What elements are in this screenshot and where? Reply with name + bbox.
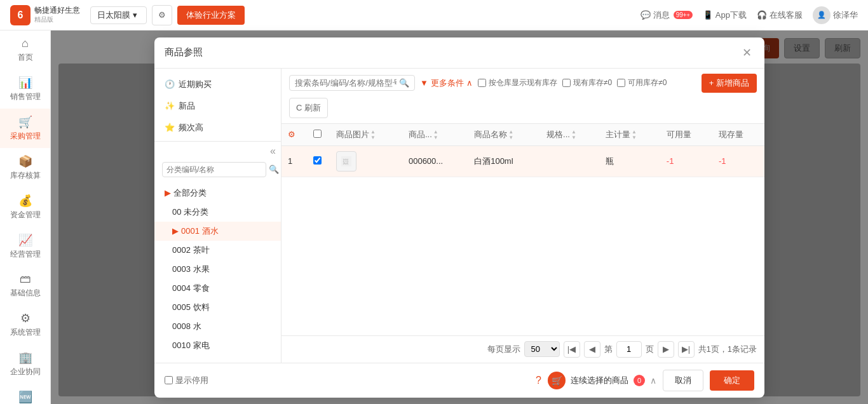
sort-arrows-spec[interactable]: ▲▼ bbox=[571, 129, 576, 140]
last-page-button[interactable]: ▶| bbox=[678, 341, 695, 358]
product-search-input[interactable] bbox=[295, 78, 397, 88]
prev-page-button[interactable]: ◀ bbox=[584, 341, 600, 358]
show-disabled-input[interactable] bbox=[165, 376, 173, 384]
sidebar-item-operations[interactable]: 📈 经营管理 bbox=[0, 227, 50, 266]
sidebar-item-purchase[interactable]: 🛒 采购管理 bbox=[0, 109, 50, 148]
table-row[interactable]: 1 🖼 000600... 白酒100ml bbox=[281, 145, 764, 177]
sort-arrows-name[interactable]: ▲▼ bbox=[508, 129, 513, 140]
tree-item-beverage[interactable]: 0005 饮料 bbox=[154, 298, 281, 317]
col-code: 商品... ▲▼ bbox=[402, 124, 468, 146]
checkbox-available-input[interactable] bbox=[562, 79, 571, 87]
confirm-button[interactable]: 确定 bbox=[710, 370, 754, 391]
company-dropdown[interactable]: 日太阳膜 ▾ bbox=[90, 6, 147, 24]
product-table-body: 1 🖼 000600... 白酒100ml bbox=[281, 145, 764, 177]
online-service-button[interactable]: 🎧 在线客服 bbox=[757, 10, 803, 21]
row-num: 1 bbox=[281, 145, 307, 177]
help-icon[interactable]: ? bbox=[536, 375, 541, 386]
first-page-button[interactable]: |◀ bbox=[564, 341, 580, 358]
sidebar-item-home[interactable]: ⌂ 首页 bbox=[0, 30, 50, 69]
operations-icon: 📈 bbox=[18, 233, 32, 247]
user-profile[interactable]: 👤 徐泽华 bbox=[813, 6, 858, 24]
settings-icon[interactable]: ⚙ bbox=[152, 5, 172, 25]
tree-item-fruit[interactable]: 0003 水果 bbox=[154, 260, 281, 279]
sidebar-item-system[interactable]: ⚙ 系统管理 bbox=[0, 305, 50, 344]
checkbox-available-stock[interactable]: 现有库存≠0 bbox=[562, 77, 612, 88]
col-stock: 现存量 bbox=[712, 124, 764, 146]
purchase-icon: 🛒 bbox=[18, 115, 32, 129]
checkbox-usable-input[interactable] bbox=[617, 79, 625, 87]
star-icon: ⭐ bbox=[165, 123, 175, 132]
product-name: 白酒100ml bbox=[468, 145, 540, 177]
next-page-button[interactable]: ▶ bbox=[658, 341, 674, 358]
logo-icon: 6 bbox=[10, 5, 31, 25]
search-icon[interactable]: 🔍 bbox=[399, 78, 409, 88]
category-search-row: 🔍 bbox=[154, 158, 281, 181]
quick-item-frequent[interactable]: ⭐ 频次高 bbox=[154, 117, 281, 138]
search-icon[interactable]: 🔍 bbox=[269, 165, 279, 174]
tree-arrow-icon: ▶ bbox=[165, 188, 171, 198]
modal-header: 商品参照 ✕ bbox=[154, 37, 764, 69]
basic-icon: 🗃 bbox=[20, 273, 31, 286]
checkbox-warehouse-input[interactable] bbox=[478, 79, 486, 87]
tree-item-appliance[interactable]: 0010 家电 bbox=[154, 336, 281, 355]
phone-icon: 📱 bbox=[703, 10, 713, 20]
sidebar-item-enterprise[interactable]: 🏢 企业协同 bbox=[0, 344, 50, 384]
per-page-select[interactable]: 50 10 20 100 bbox=[524, 341, 560, 357]
product-spec bbox=[540, 145, 599, 177]
col-image: 商品图片 ▲▼ bbox=[330, 124, 402, 146]
inventory-icon: 📦 bbox=[18, 154, 32, 168]
refresh-button[interactable]: C 刷新 bbox=[289, 98, 328, 118]
total-info: 共1页，1条记录 bbox=[698, 344, 757, 355]
product-thumbnail: 🖼 bbox=[336, 151, 356, 172]
sort-arrows-unit[interactable]: ▲▼ bbox=[632, 129, 637, 140]
tree-item-all[interactable]: ▶ 全部分类 bbox=[154, 184, 281, 203]
checkbox-warehouse-stock[interactable]: 按仓库显示现有库存 bbox=[478, 77, 557, 88]
product-unit: 瓶 bbox=[599, 145, 660, 177]
tree-item-uncategorized[interactable]: 00 未分类 bbox=[154, 203, 281, 222]
main-sidebar: ⌂ 首页 📊 销售管理 🛒 采购管理 📦 库存核算 💰 资金管理 📈 经营管理 … bbox=[0, 30, 51, 404]
modal-close-button[interactable]: ✕ bbox=[739, 45, 754, 60]
col-spec: 规格... ▲▼ bbox=[540, 124, 599, 146]
new-icon: ✨ bbox=[165, 101, 175, 111]
select-all-checkbox[interactable] bbox=[313, 130, 322, 138]
add-product-button[interactable]: + 新增商品 bbox=[702, 74, 757, 93]
tree-item-alcohol[interactable]: ▶ 0001 酒水 bbox=[154, 222, 281, 241]
tree-item-snack[interactable]: 0004 零食 bbox=[154, 279, 281, 298]
app-download-button[interactable]: 📱 App下载 bbox=[703, 10, 747, 21]
sidebar-item-inventory[interactable]: 📦 库存核算 bbox=[0, 148, 50, 187]
row-checkbox[interactable] bbox=[313, 156, 322, 165]
cart-expand-icon[interactable]: ∧ bbox=[650, 375, 656, 386]
sort-arrows-image[interactable]: ▲▼ bbox=[370, 129, 376, 140]
trial-button[interactable]: 体验行业方案 bbox=[177, 6, 245, 25]
sidebar-item-sales[interactable]: 📊 销售管理 bbox=[0, 69, 50, 109]
modal-title: 商品参照 bbox=[165, 46, 203, 58]
sort-arrows-code[interactable]: ▲▼ bbox=[433, 129, 438, 140]
sidebar-item-basic[interactable]: 🗃 基础信息 bbox=[0, 266, 50, 305]
quick-item-new[interactable]: ✨ 新品 bbox=[154, 95, 281, 117]
table-settings-icon[interactable]: ⚙ bbox=[288, 130, 295, 139]
cancel-button[interactable]: 取消 bbox=[663, 370, 703, 391]
enterprise-icon: 🏢 bbox=[18, 351, 32, 365]
logo-sub: 精品版 bbox=[34, 15, 80, 24]
headset-icon: 🎧 bbox=[757, 10, 767, 20]
messages-button[interactable]: 💬 消息 99++ bbox=[641, 10, 693, 21]
collapse-button[interactable]: « bbox=[270, 145, 276, 157]
category-search-input[interactable] bbox=[162, 162, 266, 177]
message-icon: 💬 bbox=[641, 10, 651, 20]
checkbox-usable-stock[interactable]: 可用库存≠0 bbox=[617, 77, 667, 88]
sidebar-item-finance[interactable]: 💰 资金管理 bbox=[0, 187, 50, 227]
quick-item-recent[interactable]: 🕐 近期购买 bbox=[154, 74, 281, 95]
tree-arrow-active-icon: ▶ bbox=[172, 226, 179, 236]
avatar: 👤 bbox=[813, 6, 831, 24]
show-disabled-checkbox[interactable]: 显示停用 bbox=[165, 375, 208, 386]
divider bbox=[154, 141, 281, 142]
sidebar-item-guide[interactable]: 🆕 新手引导 bbox=[0, 384, 50, 404]
product-stock: -1 bbox=[712, 145, 764, 177]
tree-item-tea[interactable]: 0002 茶叶 bbox=[154, 241, 281, 260]
filter-button[interactable]: ▼ 更多条件 ∧ bbox=[420, 77, 473, 89]
svg-text:🖼: 🖼 bbox=[342, 158, 349, 165]
system-icon: ⚙ bbox=[20, 311, 31, 325]
page-input[interactable] bbox=[616, 341, 642, 358]
toolbar: 🔍 ▼ 更多条件 ∧ 按仓库显示现有库存 bbox=[281, 69, 764, 124]
tree-item-water[interactable]: 0008 水 bbox=[154, 317, 281, 336]
